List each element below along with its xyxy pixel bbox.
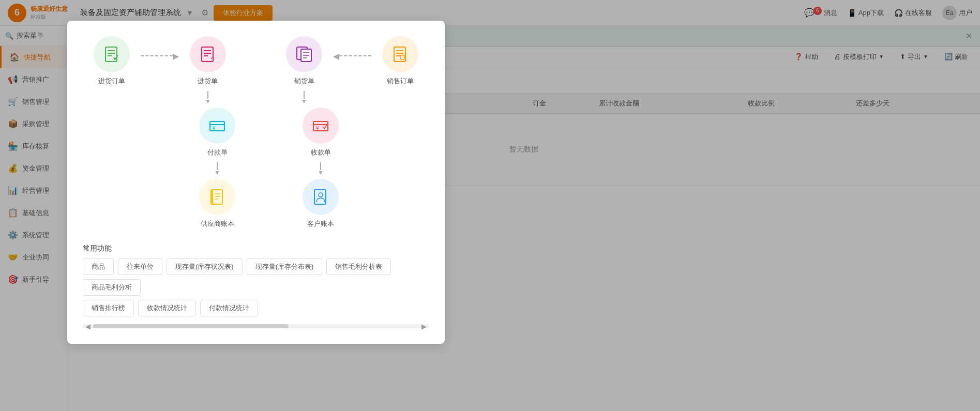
flow-node-sales-invoice[interactable]: 销货单 (275, 36, 333, 86)
supplier-ledger-circle[interactable] (199, 179, 235, 215)
func-btn-sales-rank[interactable]: 销售排行榜 (83, 300, 134, 316)
receipt-icon: ¥ (311, 116, 330, 135)
customer-ledger-circle[interactable] (303, 179, 339, 215)
purchase-order-circle[interactable] (94, 36, 130, 72)
flow-node-sales-order[interactable]: 销售订单 (371, 36, 429, 86)
common-funcs: 常用功能 商品 往来单位 现存量(库存状况表) 现存量(库存分布表) 销售毛利分… (83, 244, 429, 316)
payment-icon: ¥ (208, 116, 227, 135)
func-btn-payment-stats[interactable]: 付款情况统计 (200, 300, 258, 316)
sales-order-label: 销售订单 (387, 77, 414, 86)
purchase-order-icon (102, 45, 121, 64)
sales-order-icon (391, 45, 410, 64)
flow-node-purchase[interactable]: ✓ 进货单 (179, 36, 237, 86)
purchase-icon: ✓ (199, 45, 217, 64)
svg-text:✓: ✓ (210, 55, 214, 60)
flow-row-1: 进货订单 ▶ ✓ (83, 36, 429, 86)
flow-node-supplier-ledger[interactable]: 供应商账本 (186, 179, 248, 229)
sales-invoice-icon (295, 45, 313, 64)
flow-row-2: ¥ 付款单 ¥ 收款单 (83, 108, 429, 157)
func-buttons-row2: 销售排行榜 收款情况统计 付款情况统计 (83, 300, 429, 316)
flow-node-purchase-order[interactable]: 进货订单 (83, 36, 141, 86)
func-btn-product[interactable]: 商品 (83, 258, 114, 275)
flow-row-3: 供应商账本 客户账本 (83, 179, 429, 229)
svg-point-31 (319, 193, 323, 197)
arrow-down-receipt: ▼ (290, 162, 352, 176)
purchase-label: 进货单 (198, 77, 218, 86)
func-btn-stock-status[interactable]: 现存量(库存状况表) (167, 258, 243, 275)
supplier-ledger-label: 供应商账本 (201, 219, 234, 229)
purchase-circle[interactable]: ✓ (190, 36, 226, 72)
arrow-so-to-si: ◀ (333, 51, 371, 61)
supplier-ledger-icon (208, 188, 227, 206)
arrow-down-sales-invoice: ▼ (275, 91, 333, 105)
arrow-po-to-p: ▶ (141, 51, 179, 61)
scroll-left-button[interactable]: ◀ (83, 321, 93, 331)
purchase-order-label: 进货订单 (98, 77, 125, 86)
scroll-right-button[interactable]: ▶ (419, 321, 429, 331)
customer-ledger-icon (311, 188, 330, 206)
svg-text:¥: ¥ (315, 126, 319, 131)
func-buttons: 商品 往来单位 现存量(库存状况表) 现存量(库存分布表) 销售毛利分析表 商品… (83, 258, 429, 296)
flow-node-payment[interactable]: ¥ 付款单 (186, 108, 248, 157)
svg-text:¥: ¥ (212, 126, 216, 131)
common-funcs-title: 常用功能 (83, 244, 429, 253)
func-btn-stock-dist[interactable]: 现存量(库存分布表) (247, 258, 323, 275)
flow-diagram: 进货订单 ▶ ✓ (83, 36, 429, 234)
flow-arrows-down-row2: ▼ ▼ (83, 162, 429, 176)
func-btn-partner[interactable]: 往来单位 (118, 258, 162, 275)
payment-label: 付款单 (207, 148, 228, 157)
sales-invoice-label: 销货单 (294, 77, 314, 86)
receipt-label: 收款单 (311, 148, 331, 157)
sales-order-circle[interactable] (382, 36, 418, 72)
modal-overlay[interactable]: 进货订单 ▶ ✓ (0, 0, 980, 411)
arrow-down-payment: ▼ (186, 162, 248, 176)
svg-rect-26 (211, 190, 213, 204)
customer-ledger-label: 客户账本 (307, 219, 334, 229)
svg-rect-18 (400, 55, 404, 59)
scrollbar-track[interactable] (93, 324, 419, 328)
modal-dialog: 进货订单 ▶ ✓ (67, 21, 445, 344)
func-btn-product-margin[interactable]: 商品毛利分析 (83, 279, 141, 296)
flow-node-customer-ledger[interactable]: 客户账本 (290, 179, 352, 229)
scrollbar-thumb[interactable] (93, 324, 289, 328)
arrow-down-purchase: ▼ (179, 91, 237, 105)
flow-arrows-down-row: ▼ ▼ (83, 91, 429, 105)
flow-node-receipt[interactable]: ¥ 收款单 (290, 108, 352, 157)
func-btn-gross-analysis[interactable]: 销售毛利分析表 (326, 258, 391, 275)
receipt-circle[interactable]: ¥ (303, 108, 339, 144)
modal-scrollbar[interactable]: ◀ ▶ (83, 324, 429, 328)
sales-invoice-circle[interactable] (286, 36, 322, 72)
func-btn-receipt-stats[interactable]: 收款情况统计 (138, 300, 196, 316)
payment-circle[interactable]: ¥ (199, 108, 235, 144)
